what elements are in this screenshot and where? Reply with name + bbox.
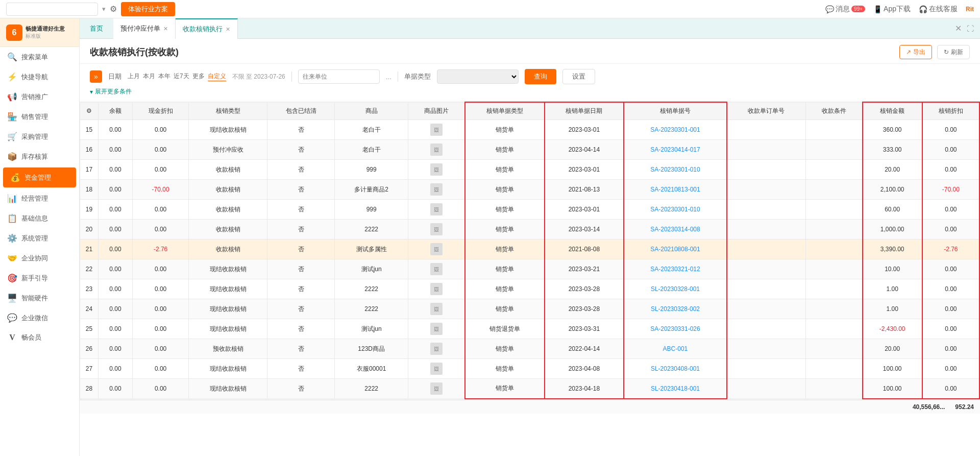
cancel-bill-link[interactable]: SA-20230314-008 — [650, 226, 700, 233]
cell-cancel-bill-no[interactable]: SA-20230301-010 — [624, 160, 727, 180]
cell-cancel-bill-no[interactable]: SA-20230301-010 — [624, 200, 727, 220]
footer-cancel-discount: 952.24 — [955, 403, 974, 411]
expand-more-btn[interactable]: ▾ 展开更多条件 — [90, 84, 970, 96]
cancel-bill-link[interactable]: SL-20230408-001 — [651, 365, 700, 372]
online-service-btn[interactable]: 🎧 在线客服 — [919, 5, 958, 14]
sidebar-item-base[interactable]: 📋 基础信息 — [0, 208, 79, 228]
cell-cancel-bill-no[interactable]: SA-20230314-008 — [624, 220, 727, 239]
cell-cancel-bill-no[interactable]: SA-20210813-001 — [624, 180, 727, 200]
tab-close-collection[interactable]: ✕ — [226, 19, 230, 39]
cell-cancel-bill-no[interactable]: SL-20230328-001 — [624, 279, 727, 299]
export-btn[interactable]: ↗ 导出 — [899, 45, 932, 59]
cancel-bill-link[interactable]: SL-20230328-002 — [651, 305, 700, 313]
industry-btn[interactable]: 体验行业方案 — [121, 2, 175, 16]
cell-cancel-amount: 2,100.00 — [863, 180, 922, 200]
cancel-bill-link[interactable]: SA-20230301-010 — [650, 166, 700, 173]
date-more[interactable]: 更多 — [192, 72, 205, 81]
sidebar-item-sales[interactable]: 🏪 销售管理 — [0, 107, 79, 127]
cancel-bill-link[interactable]: SA-20230414-017 — [650, 146, 700, 153]
sidebar-item-inventory[interactable]: 📦 库存核算 — [0, 147, 79, 166]
cell-receipt-order-no — [727, 160, 806, 180]
query-btn[interactable]: 查询 — [525, 69, 556, 84]
col-gear[interactable]: ⚙ — [80, 102, 99, 120]
sidebar-item-purchase[interactable]: 🛒 采购管理 — [0, 127, 79, 147]
date-custom[interactable]: 自定义 — [208, 72, 226, 81]
date-last-month[interactable]: 上月 — [128, 72, 140, 81]
partner-input[interactable] — [298, 69, 380, 84]
partner-dots[interactable]: ... — [386, 73, 391, 81]
cell-product: 2222 — [335, 299, 408, 319]
cancel-bill-link[interactable]: SL-20230418-001 — [651, 385, 700, 392]
cell-receipt-order-no — [727, 140, 806, 160]
chart-icon: 📊 — [7, 194, 17, 203]
filter-collapse-btn[interactable]: » — [90, 70, 102, 83]
search-icon: 🔍 — [7, 52, 17, 62]
sidebar-item-system[interactable]: ⚙️ 系统管理 — [0, 228, 79, 248]
tab-home[interactable]: 首页 — [80, 18, 113, 39]
cell-balance: 0.00 — [99, 279, 133, 299]
cell-cancel-bill-no[interactable]: SL-20230408-001 — [624, 359, 727, 379]
cell-cancel-type: 收款核销 — [189, 239, 267, 259]
cell-cancel-type: 现结收款核销 — [189, 259, 267, 279]
settings-btn[interactable]: 设置 — [562, 69, 595, 84]
cell-cancel-amount: 60.00 — [863, 200, 922, 220]
cell-cancel-type: 收款核销 — [189, 220, 267, 239]
filter-divider-2 — [398, 71, 398, 82]
bill-type-select[interactable] — [437, 69, 519, 84]
gear-icon[interactable]: ⚙ — [110, 4, 117, 14]
cell-cancel-bill-no[interactable]: SL-20230328-002 — [624, 299, 727, 319]
cell-include-settled: 否 — [267, 220, 335, 239]
sidebar-item-hardware[interactable]: 🖥️ 智能硬件 — [0, 288, 79, 308]
cell-cancel-bill-no[interactable]: SA-20230331-026 — [624, 319, 727, 339]
refresh-btn[interactable]: ↻ 刷新 — [937, 45, 970, 59]
cell-product-img: 🖼 — [408, 259, 465, 279]
sidebar-item-finance[interactable]: 💰 资金管理 — [3, 167, 76, 187]
sidebar-item-guide[interactable]: 🎯 新手引导 — [0, 268, 79, 288]
cancel-bill-link[interactable]: SA-20230301-010 — [650, 206, 700, 213]
cell-cancel-bill-no[interactable]: SL-20230418-001 — [624, 379, 727, 399]
close-window-icon[interactable]: ✕ — [955, 23, 962, 33]
tab-bar: 首页 预付冲应付单 ✕ 收款核销执行 ✕ ✕ ⛶ — [80, 18, 980, 39]
cancel-bill-link[interactable]: SA-20230331-026 — [650, 325, 700, 332]
cell-cancel-bill-no[interactable]: SA-20230321-012 — [624, 259, 727, 279]
sidebar-item-cooperation[interactable]: 🤝 企业协同 — [0, 248, 79, 268]
cancel-bill-link[interactable]: ABC-001 — [663, 345, 688, 352]
search-input[interactable] — [6, 3, 98, 16]
sidebar-item-search[interactable]: 🔍 搜索菜单 — [0, 47, 79, 67]
cell-cancel-amount: 100.00 — [863, 379, 922, 399]
settings-icon: ⚙️ — [7, 233, 17, 243]
cell-cancel-bill-no[interactable]: ABC-001 — [624, 339, 727, 359]
cell-cancel-bill-no[interactable]: SA-20230414-017 — [624, 140, 727, 160]
table-footer: 40,556,66... 952.24 — [80, 399, 980, 414]
sidebar-item-marketing[interactable]: 📢 营销推广 — [0, 87, 79, 107]
cell-cancel-bill-no[interactable]: SA-20210808-001 — [624, 239, 727, 259]
cell-cancel-bill-no[interactable]: SA-20230301-001 — [624, 120, 727, 140]
cell-cash-discount: -2.76 — [132, 239, 188, 259]
tab-close-prepay[interactable]: ✕ — [163, 18, 168, 39]
sidebar-item-wechat[interactable]: 💬 企业微信 — [0, 308, 79, 328]
cell-include-settled: 否 — [267, 180, 335, 200]
cancel-bill-link[interactable]: SA-20210813-001 — [650, 186, 700, 193]
sidebar-item-member[interactable]: V 畅会员 — [0, 328, 79, 347]
message-btn[interactable]: 💬 消息 99+ — [825, 5, 865, 14]
expand-icon[interactable]: ⛶ — [967, 25, 974, 33]
cell-receipt-condition — [805, 140, 862, 160]
cancel-bill-link[interactable]: SA-20210808-001 — [650, 246, 700, 253]
cell-balance: 0.00 — [99, 140, 133, 160]
app-download-btn[interactable]: 📱 App下载 — [873, 5, 911, 14]
main-layout: 6 畅捷通谱好生意 标准版 🔍 搜索菜单 ⚡ 快捷导航 📢 营销推广 🏪 销售管… — [0, 18, 980, 456]
date-this-month[interactable]: 本月 — [143, 72, 155, 81]
tab-prepay[interactable]: 预付冲应付单 ✕ — [113, 18, 176, 39]
sidebar-item-business[interactable]: 📊 经营管理 — [0, 188, 79, 208]
user-avatar[interactable]: Rit — [966, 6, 974, 13]
date-label: 日期 — [108, 72, 121, 81]
cancel-bill-link[interactable]: SA-20230321-012 — [650, 266, 700, 273]
sidebar-item-shortcut[interactable]: ⚡ 快捷导航 — [0, 67, 79, 87]
sidebar-logo: 6 畅捷通谱好生意 标准版 — [0, 18, 79, 47]
dropdown-arrow-icon[interactable]: ▾ — [102, 5, 106, 13]
date-last-7days[interactable]: 近7天 — [174, 72, 189, 81]
date-this-year[interactable]: 本年 — [158, 72, 170, 81]
cancel-bill-link[interactable]: SA-20230301-001 — [650, 126, 700, 133]
tab-collection[interactable]: 收款核销执行 ✕ — [176, 18, 238, 39]
cancel-bill-link[interactable]: SL-20230328-001 — [651, 285, 700, 293]
